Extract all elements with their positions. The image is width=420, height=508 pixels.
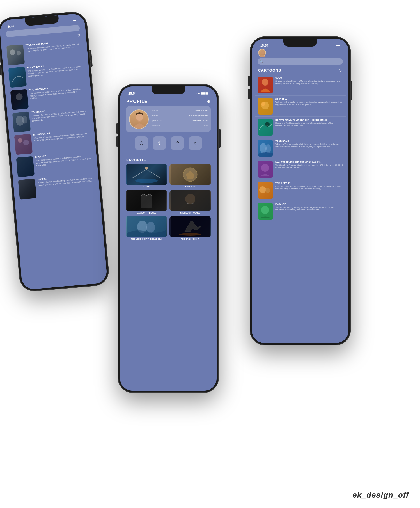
cartoon-zootopia[interactable]: ZOOTOPIA Welcome to Zveropolis - a moder…: [255, 96, 346, 117]
httyd-thumb: [258, 119, 273, 136]
right-volume-down[interactable]: [248, 89, 250, 99]
right-avatar[interactable]: [258, 49, 266, 57]
movie-thumb-3: [10, 89, 29, 110]
notch-center: [152, 86, 185, 94]
svg-rect-12: [16, 156, 35, 177]
volume-down-button[interactable]: [0, 65, 2, 75]
phone-right: 15:54 🔍: [250, 36, 351, 345]
notch-right: [283, 39, 317, 47]
svg-point-30: [261, 51, 264, 54]
settings-icon[interactable]: ⚙: [207, 99, 210, 104]
movie-item-2[interactable]: INTO THE WILD The story of growing up at…: [8, 62, 85, 88]
movie-thumb-5: [14, 134, 33, 155]
name-field: Name Jessica Pratt: [152, 109, 208, 113]
tomjerry-desc: Kayla, an employee of a prestigious hote…: [275, 185, 343, 190]
right-power-button[interactable]: [351, 81, 352, 100]
cartoon-ivan[interactable]: IVAN TSAREVICH AND THE GRAY WOLF 3 The k…: [255, 159, 346, 180]
search-bar-right[interactable]: 🔍: [258, 58, 343, 65]
fav-legendblue[interactable]: THE LEGEND OF THE BLUE SEA: [126, 216, 167, 240]
phone-left: 9:41 ▪▪▪ ▽: [0, 11, 110, 292]
email-field: Email J.Pratt@gmail.com: [152, 114, 208, 118]
movie-item-6[interactable]: ENCANTO Being here first and second, tha…: [16, 151, 93, 177]
svg-point-32: [262, 79, 268, 86]
movie-info-6: ENCANTO Being here first and second, tha…: [35, 151, 92, 167]
fav-darkknight-label: THE DARK KNIGHT: [169, 238, 211, 240]
menu-icon[interactable]: [336, 44, 340, 47]
fav-darkknight[interactable]: THE DARK KNIGHT: [169, 216, 211, 240]
filter-icon-left[interactable]: ▽: [77, 33, 81, 38]
ivan-desc: The king of the Faraway Kingdom, in hono…: [275, 164, 343, 169]
status-icons-left: ▪▪▪: [73, 19, 76, 22]
cartoon-coco[interactable]: COCO 12-year-old Miguel lives in a Mexic…: [255, 75, 346, 96]
volume-up-button[interactable]: [0, 52, 0, 62]
zootopia-desc: Welcome to Zveropolis - a modern city in…: [275, 101, 343, 106]
delete-button[interactable]: 🗑: [171, 136, 184, 150]
phone-center-screen: 15:54 ▪ ▶ ◼◼◼ PROFILE ⚙: [120, 86, 217, 391]
zootopia-title: ZOOTOPIA: [275, 98, 343, 100]
center-power-button[interactable]: [219, 129, 221, 148]
coco-desc: 12-year-old Miguel lives in a Mexican vi…: [275, 80, 343, 85]
wifi-center-icon: ▪ ▶ ◼◼◼: [196, 91, 208, 95]
history-button[interactable]: ↺: [189, 136, 202, 150]
fav-romanovs-label: ROMANOVS: [169, 186, 211, 188]
coco-title: COCO: [275, 77, 343, 79]
name-label: Name: [152, 109, 158, 112]
center-volume-up[interactable]: [116, 123, 118, 134]
cartoon-encanto[interactable]: ENCANTO The amazing Madrigal family live…: [255, 201, 346, 222]
fav-sherlock-thumb: [169, 190, 211, 211]
cartoons-header: CARTOONS ▽: [255, 66, 346, 75]
fav-darkknight-thumb: [169, 216, 211, 237]
avatar: [129, 109, 149, 129]
movie-item-3[interactable]: The Impostors Two adventurers Martin Bur…: [10, 84, 87, 110]
svg-rect-36: [258, 119, 273, 136]
svg-point-35: [261, 102, 265, 106]
svg-point-18: [145, 167, 148, 170]
center-status-icons: ▪ ▶ ◼◼◼: [196, 91, 208, 95]
fav-sherlock-label: SHERLOCK HOLMES: [169, 212, 211, 214]
search-icon-right: 🔍: [260, 60, 263, 63]
cartoon-httyd[interactable]: HOW TO TRAIN YOUR DRAGON: HOMECOMING Hic…: [255, 117, 346, 138]
movie-item-5[interactable]: Interstellar What kind of romantic relat…: [14, 129, 91, 155]
svg-rect-9: [14, 134, 33, 155]
center-volume-down[interactable]: [116, 136, 118, 147]
profile-fields: Name Jessica Pratt Email J.Pratt@gmail.c…: [152, 109, 208, 129]
power-button[interactable]: [89, 50, 93, 67]
movie-info-4: YOUR NAME Tokyo guy Taki and provincial …: [31, 106, 88, 122]
movie-thumb-2: [8, 67, 27, 88]
ivan-title: IVAN TSAREVICH AND THE GRAY WOLF 3: [275, 161, 343, 163]
name-value: Jessica Pratt: [195, 109, 208, 112]
cartoons-title: CARTOONS: [258, 68, 281, 72]
cartoons-screen: 15:54 🔍: [252, 39, 348, 343]
movie-list: TITLE OF THE MOVIE Like working of Mexic…: [4, 39, 97, 203]
time-right: 15:54: [260, 44, 268, 47]
payment-button[interactable]: $: [153, 136, 166, 150]
fav-romanovs-thumb: [169, 164, 211, 185]
coco-info: COCO 12-year-old Miguel lives in a Mexic…: [275, 77, 343, 93]
cartoon-yourname[interactable]: YOUR NAME Tokyo guy Taki and provincial …: [255, 138, 346, 159]
ivan-info: IVAN TSAREVICH AND THE GRAY WOLF 3 The k…: [275, 161, 343, 178]
ivan-thumb: [258, 161, 273, 178]
movie-item-7[interactable]: The film In years after the brutal hunti…: [18, 173, 95, 200]
favorite-section-title: FAVORITE: [123, 156, 214, 164]
movie-thumb-1: [6, 44, 25, 65]
cartoon-tomjerry[interactable]: TOM & JERRY Kayla, an employee of a pres…: [255, 180, 346, 201]
email-label: Email: [152, 114, 158, 117]
fav-romanovs[interactable]: ROMANOVS: [169, 164, 211, 188]
watermark: ek_design_off: [352, 491, 409, 500]
fav-got-label: GAME OF THRONES: [126, 212, 167, 214]
svg-point-44: [259, 186, 266, 193]
fav-sherlock[interactable]: SHERLOCK HOLMES: [169, 190, 211, 214]
balance-label: balance: [152, 124, 160, 127]
divider: [126, 154, 211, 154]
movie-item-4[interactable]: YOUR NAME Tokyo guy Taki and provincial …: [12, 106, 89, 132]
movie-thumb-7: [18, 179, 36, 200]
right-volume-up[interactable]: [248, 76, 250, 86]
fav-got[interactable]: GAME OF THRONES: [126, 190, 167, 214]
fav-legendblue-thumb: [126, 216, 167, 237]
phone-label: phone no: [152, 119, 161, 122]
time-center: 15:54: [128, 92, 136, 95]
favorites-button[interactable]: ☆: [135, 136, 148, 150]
movie-info-7: The film In years after the brutal hunti…: [37, 173, 94, 187]
fav-titanic[interactable]: TITANIC: [126, 164, 167, 188]
filter-icon-right[interactable]: ▽: [339, 68, 342, 72]
